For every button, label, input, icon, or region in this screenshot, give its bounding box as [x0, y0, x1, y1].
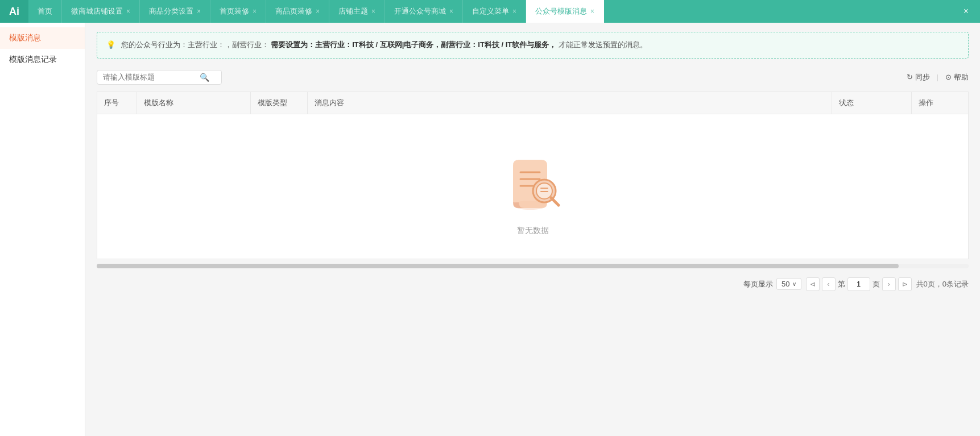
tab-custom-menu[interactable]: 自定义菜单 × — [463, 0, 526, 23]
empty-text: 暂无数据 — [517, 226, 549, 236]
tab-home[interactable]: 首页 — [28, 0, 62, 23]
per-page-dropdown[interactable]: 50 ∨ — [776, 278, 801, 290]
search-input[interactable] — [103, 73, 200, 81]
svg-line-6 — [551, 198, 559, 205]
tab-close-custom-menu[interactable]: × — [512, 7, 516, 15]
help-icon: ⊙ — [945, 73, 952, 81]
page-input[interactable] — [847, 277, 870, 291]
sync-button[interactable]: ↻ 同步 — [907, 72, 930, 82]
sidebar-item-template-message-log[interactable]: 模版消息记录 — [0, 49, 85, 70]
tab-home-decoration[interactable]: 首页装修 × — [210, 0, 266, 23]
brand-logo: Ai — [0, 0, 28, 23]
tab-close-product-deco[interactable]: × — [316, 7, 320, 15]
main-layout: 模版消息 模版消息记录 💡 您的公众号行业为：主营行业：，副营行业： 需要设置为… — [0, 23, 980, 436]
content-area: 💡 您的公众号行业为：主营行业：，副营行业： 需要设置为：主营行业：IT科技 /… — [85, 23, 980, 436]
page-prev-btn[interactable]: ‹ — [822, 277, 836, 291]
tab-bar-close-all[interactable]: × — [959, 4, 973, 19]
col-name: 模版名称 — [137, 92, 251, 114]
tab-template-message[interactable]: 公众号模版消息 × — [526, 0, 604, 23]
notice-banner: 💡 您的公众号行业为：主营行业：，副营行业： 需要设置为：主营行业：IT科技 /… — [97, 32, 969, 59]
tab-bar: Ai 首页 微商城店铺设置 × 商品分类设置 × 首页装修 × 商品页装修 × … — [0, 0, 980, 23]
empty-state-row: 暂无数据 — [97, 114, 969, 259]
empty-illustration — [499, 148, 567, 217]
col-status: 状态 — [832, 92, 912, 114]
help-button[interactable]: ⊙ 帮助 — [945, 72, 969, 82]
toolbar-row: 🔍 ↻ 同步 | ⊙ 帮助 — [97, 70, 969, 85]
page-last-btn[interactable]: ⊳ — [898, 277, 912, 291]
tab-close-open-mall[interactable]: × — [449, 7, 453, 15]
table-header-row: 序号 模版名称 模版类型 消息内容 状态 操作 — [97, 92, 969, 114]
page-first-btn[interactable]: ⊲ — [806, 277, 820, 291]
tab-category-settings[interactable]: 商品分类设置 × — [140, 0, 210, 23]
toolbar-right: ↻ 同步 | ⊙ 帮助 — [907, 72, 969, 82]
page-total: 共0页，0条记录 — [916, 279, 969, 289]
tab-close-template-msg[interactable]: × — [590, 7, 594, 15]
toolbar-divider: | — [937, 73, 938, 81]
empty-state: 暂无数据 — [97, 114, 968, 259]
tab-close-weshop[interactable]: × — [126, 7, 130, 15]
col-content: 消息内容 — [308, 92, 832, 114]
col-index: 序号 — [97, 92, 137, 114]
dropdown-icon: ∨ — [792, 281, 796, 287]
col-action: 操作 — [912, 92, 969, 114]
per-page-select: 每页显示 50 ∨ — [743, 278, 801, 290]
data-table: 序号 模版名称 模版类型 消息内容 状态 操作 — [97, 92, 969, 259]
notice-icon: 💡 — [106, 40, 115, 49]
page-nav: ⊲ ‹ 第 页 › ⊳ — [806, 277, 912, 291]
scrollbar-thumb[interactable] — [97, 264, 899, 268]
tab-store-theme[interactable]: 店铺主题 × — [329, 0, 385, 23]
search-box[interactable]: 🔍 — [97, 70, 222, 85]
tab-open-wechat-mall[interactable]: 开通公众号商城 × — [385, 0, 463, 23]
tab-close-home-deco[interactable]: × — [253, 7, 257, 15]
sidebar: 模版消息 模版消息记录 — [0, 23, 85, 436]
col-type: 模版类型 — [251, 92, 308, 114]
tab-product-decoration[interactable]: 商品页装修 × — [266, 0, 329, 23]
sidebar-item-template-message[interactable]: 模版消息 — [0, 27, 85, 49]
tab-close-store-theme[interactable]: × — [371, 7, 375, 15]
tab-close-category[interactable]: × — [197, 7, 201, 15]
pagination-row: 每页显示 50 ∨ ⊲ ‹ 第 页 › ⊳ 共0页，0条记录 — [97, 273, 969, 291]
search-icon[interactable]: 🔍 — [200, 73, 209, 82]
sync-icon: ↻ — [907, 73, 913, 81]
tab-weshop-settings[interactable]: 微商城店铺设置 × — [62, 0, 140, 23]
horizontal-scrollbar[interactable] — [97, 264, 969, 268]
page-next-btn[interactable]: › — [882, 277, 896, 291]
